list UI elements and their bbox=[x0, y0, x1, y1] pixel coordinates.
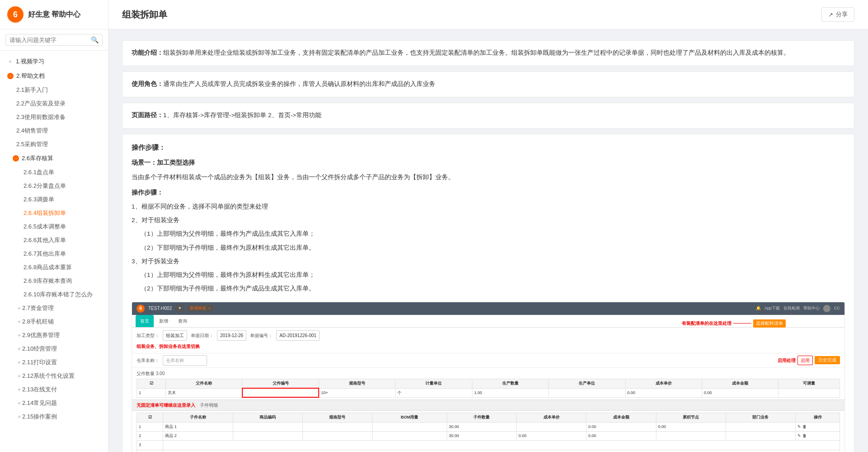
main-content: 组装拆卸单 ↗ 分享 功能介绍：组装拆卸单用来处理企业组装或拆卸等加工业务，支持… bbox=[108, 0, 868, 452]
lcol-name: 子件名称 bbox=[163, 413, 233, 422]
search-box: 🔍 bbox=[0, 29, 108, 51]
col-parent-id: 父件编号 bbox=[242, 379, 319, 388]
mock-type-input[interactable]: 组装加工 bbox=[163, 330, 187, 341]
table-row: 4 bbox=[137, 450, 840, 452]
sidebar-item-2-6-10[interactable]: 2.6.10库存账本错了怎么办 bbox=[0, 288, 108, 301]
mock-icon-2: App下载 bbox=[764, 305, 780, 312]
search-input[interactable] bbox=[9, 37, 91, 43]
sidebar-item-2-11[interactable]: ＋ 2.11打印设置 bbox=[0, 356, 108, 369]
app-name: 好生意 帮助中心 bbox=[28, 10, 80, 19]
sidebar-item-docs[interactable]: － 2.帮助文档 bbox=[0, 69, 108, 83]
sidebar-item-2-6-7[interactable]: 2.6.7其他出库单 bbox=[0, 247, 108, 261]
share-button[interactable]: ↗ 分享 bbox=[821, 7, 854, 22]
mock-upper-table-label: 父件数量 3.00 bbox=[137, 370, 840, 377]
annotation4-text: 无固定清单可继续在这里录入 bbox=[137, 401, 195, 409]
mock-tab-home[interactable]: 首页 bbox=[136, 315, 154, 327]
mock-tab-query[interactable]: 查询 bbox=[174, 315, 192, 327]
annotation3-text: 启用处理 bbox=[778, 357, 796, 364]
sidebar: 6 好生意 帮助中心 🔍 ＋ 1.视频学习 － 2.帮助文档 2.1新手入门 2… bbox=[0, 0, 108, 452]
sidebar-item-2-15[interactable]: ＋ 2.15操作案例 bbox=[0, 410, 108, 423]
ops-steps: 操作步骤： 1、根据不同的业务，选择不同单据的类型来处理 2、对于组装业务 （1… bbox=[132, 187, 845, 294]
col-parent-name: 父件名称 bbox=[166, 379, 242, 388]
sidebar-item-2-7[interactable]: ＋ 2.7资金管理 bbox=[0, 301, 108, 315]
sidebar-item-2-1[interactable]: 2.1新手入门 bbox=[0, 83, 108, 97]
sidebar-item-2-12[interactable]: ＋ 2.12系统个性化设置 bbox=[0, 369, 108, 383]
annotation-type-row: 组装业务、拆卸业务在这里切换 bbox=[137, 343, 840, 350]
role-label: 使用角色： bbox=[132, 81, 163, 87]
sidebar-item-2-6-6[interactable]: 2.6.6其他入库单 bbox=[0, 233, 108, 247]
col-cost-price: 成本单价 bbox=[625, 379, 702, 388]
table-row: 1 关木 10+ 个 1.00 0.00 0.00 bbox=[137, 388, 840, 397]
col-cost-amt: 成本金额 bbox=[702, 379, 778, 388]
table-row: 2 商品 2 30.00 0.00 0.00 ✎ 🗑 bbox=[137, 431, 840, 440]
col-spec: 规格型号 bbox=[319, 379, 395, 388]
mock-form-row1: 加工类型： 组装加工 单据日期： 2019-12-26 单据编号： AD-201… bbox=[137, 330, 840, 341]
scenario1-desc: 当由多个子件材料组装成一个成品的业务为【组装】业务，当由一个父件拆分成多个子产品… bbox=[132, 172, 845, 183]
sidebar-item-2-6-2[interactable]: 2.6.2分量盘点单 bbox=[0, 179, 108, 193]
sidebar-item-2-3[interactable]: 2.3使用前数据准备 bbox=[0, 110, 108, 124]
col-adj-qty: 可调量 bbox=[778, 379, 840, 388]
scenario1-label: 场景一：加工类型选择 bbox=[132, 157, 845, 168]
mock-wh-label: 仓库名称： bbox=[137, 357, 159, 364]
mock-order-input[interactable]: AD-20191226-001 bbox=[276, 330, 320, 341]
page-title: 组装拆卸单 bbox=[122, 9, 167, 21]
expand-icon-active: － bbox=[7, 73, 14, 79]
mock-activate-btn[interactable]: 启用 bbox=[797, 356, 813, 365]
steps-block: 操作步骤： 场景一：加工类型选择 当由多个子件材料组装成一个成品的业务为【组装】… bbox=[122, 134, 854, 452]
mock-lower-table-area: ☑ 子件名称 商品编码 规格型号 BOM用量 子件数量 成本单价 成本金额 累积… bbox=[132, 411, 844, 452]
page-header: 组装拆卸单 ↗ 分享 bbox=[108, 0, 868, 29]
sidebar-item-2-6-5[interactable]: 2.6.5成本调整单 bbox=[0, 220, 108, 233]
sidebar-item-2-6-1[interactable]: 2.6.1盘点单 bbox=[0, 166, 108, 179]
sidebar-item-2-4[interactable]: 2.4销售管理 bbox=[0, 124, 108, 138]
mock-avatar bbox=[823, 305, 830, 312]
mock-date-input[interactable]: 2019-12-26 bbox=[217, 330, 246, 341]
plus-icon: ＋ bbox=[16, 399, 22, 407]
mock-confirm-btn[interactable]: 完全完成 bbox=[815, 356, 840, 364]
mock-date-label: 单据日期： bbox=[191, 332, 213, 339]
sidebar-item-2-6-8[interactable]: 2.6.8商品成本重算 bbox=[0, 261, 108, 274]
sidebar-item-2-6-3[interactable]: 2.6.3调拨单 bbox=[0, 193, 108, 206]
col-unit: 计量单位 bbox=[396, 379, 472, 388]
mock-order-label: 单据编号： bbox=[250, 332, 273, 339]
sidebar-item-2-6[interactable]: － 2.6库存核算 bbox=[0, 151, 108, 166]
mock-wh-input[interactable]: 仓库名称 bbox=[163, 355, 207, 366]
mock-logo: 6 bbox=[137, 305, 145, 313]
plus-icon: ＋ bbox=[16, 372, 22, 380]
lcol-spec: 规格型号 bbox=[302, 413, 372, 422]
lcol-dept: 部门业务 bbox=[726, 413, 795, 422]
sidebar-item-2-8[interactable]: ＋ 2.8手机旺铺 bbox=[0, 315, 108, 328]
sidebar-item-2-6-9[interactable]: 2.6.9库存账本查询 bbox=[0, 274, 108, 288]
share-icon: ↗ bbox=[828, 11, 833, 18]
annotation1-line bbox=[733, 323, 751, 324]
sidebar-item-2-10[interactable]: ＋ 2.10经营管理 bbox=[0, 342, 108, 356]
sidebar-item-2-6-4[interactable]: 2.6.4组装拆卸单 bbox=[0, 206, 108, 220]
sidebar-item-2-9[interactable]: ＋ 2.9优惠券管理 bbox=[0, 328, 108, 342]
mock-tab-new[interactable]: 新增 bbox=[155, 315, 173, 327]
mock-icon-1: 🔔 bbox=[756, 305, 761, 312]
nav-list: ＋ 1.视频学习 － 2.帮助文档 2.1新手入门 2.2产品安装及登录 2.3… bbox=[0, 51, 108, 452]
search-icon[interactable]: 🔍 bbox=[91, 36, 99, 43]
lcol-cost-p: 成本单价 bbox=[516, 413, 586, 422]
plus-icon: ＋ bbox=[16, 304, 22, 312]
feature-intro-label: 功能介绍： bbox=[132, 49, 163, 56]
table-row: 1 商品 1 30.00 0.00 0.00 ✎ 🗑 bbox=[137, 422, 840, 431]
role-block: 使用角色：通常由生产人员或库管人员完成拆装业务的操作，库管人员确认原材料的出库和… bbox=[122, 71, 854, 97]
mock-select-bom-btn[interactable]: 选择配料清单 bbox=[753, 319, 786, 328]
sidebar-item-2-14[interactable]: ＋ 2.14常见问题 bbox=[0, 396, 108, 410]
logo-icon: 6 bbox=[7, 6, 24, 23]
sidebar-item-2-5[interactable]: 2.5采购管理 bbox=[0, 138, 108, 151]
lcol-check: ☑ bbox=[137, 413, 163, 422]
plus-icon: ＋ bbox=[16, 358, 22, 366]
mock-upper-table-area: 父件数量 3.00 ☑ 父件名称 父件编号 规格型号 计量单位 生产数量 生产单… bbox=[132, 368, 844, 400]
col-produce-unit: 生产单位 bbox=[549, 379, 625, 388]
sidebar-item-video[interactable]: ＋ 1.视频学习 bbox=[0, 54, 108, 69]
plus-icon: ＋ bbox=[16, 331, 22, 339]
lcol-cost-a: 成本金额 bbox=[586, 413, 656, 422]
ops-label: 操作步骤： bbox=[132, 142, 845, 153]
sidebar-item-2-2[interactable]: 2.2产品安装及登录 bbox=[0, 97, 108, 110]
path-block: 页面路径：1、库存核算->库存管理->组装拆卸单 2、首页->常用功能 bbox=[122, 103, 854, 128]
lcol-acc: 累积节点 bbox=[656, 413, 726, 422]
mock-activation-row: 启用处理 启用 完全完成 bbox=[778, 356, 840, 365]
sidebar-item-2-13[interactable]: ＋ 2.13在线支付 bbox=[0, 383, 108, 396]
mock-icon-4: 帮助中心 bbox=[803, 305, 820, 312]
